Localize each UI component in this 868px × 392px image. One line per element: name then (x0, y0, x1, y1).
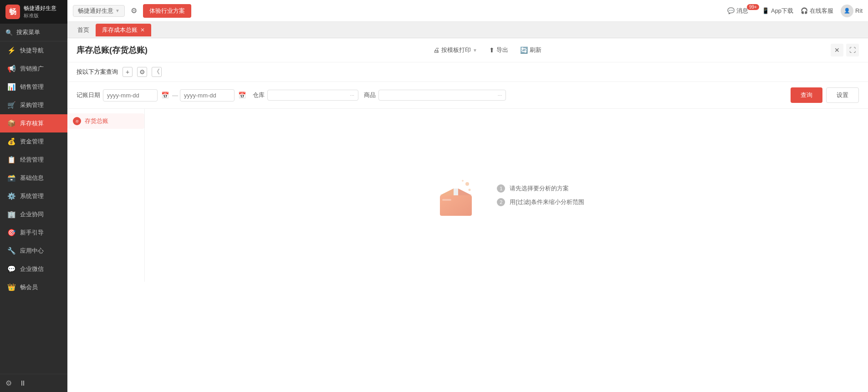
collapse-icon[interactable]: ⏸ (19, 379, 26, 387)
topbar-gear-button[interactable]: ⚙ (128, 5, 140, 17)
sidebar-item-vip[interactable]: 👑 畅会员 (0, 278, 67, 296)
guide-icon: 🎯 (7, 229, 15, 237)
product-label: 商品 (364, 91, 376, 99)
scheme-item-label: 存货总账 (85, 117, 108, 125)
sidebar-item-marketing[interactable]: 📢 营销推广 (0, 60, 67, 78)
svg-rect-6 (442, 199, 451, 201)
svg-marker-3 (440, 188, 454, 195)
filter-settings-button[interactable]: ⚙ (137, 67, 147, 77)
tip-1-text: 请先选择要分析的方案 (510, 184, 569, 193)
product-select[interactable]: ··· (378, 90, 506, 101)
filter-add-button[interactable]: + (123, 67, 133, 77)
sidebar-item-finance[interactable]: 💰 资金管理 (0, 132, 67, 151)
scheme-item-icon: 存 (73, 117, 81, 125)
date-range-input: 📅 — 📅 (103, 89, 247, 102)
scheme-list: 存 存货总账 (67, 109, 145, 282)
scheme-item-inventory-ledger[interactable]: 存 存货总账 (67, 113, 144, 129)
filter-collapse-button[interactable]: 《 (152, 67, 162, 77)
date-label: 记账日期 (77, 91, 100, 99)
print-icon: 🖨 (433, 46, 439, 54)
tab-home-label: 首页 (77, 26, 89, 34)
query-button[interactable]: 查询 (791, 87, 822, 103)
date-to-input[interactable] (180, 89, 235, 102)
message-button[interactable]: 💬 消息 99+ (727, 7, 755, 15)
trial-button[interactable]: 体验行业方案 (143, 4, 191, 18)
purchase-icon: 🛒 (7, 101, 15, 109)
export-icon: ⬆ (489, 46, 495, 54)
warehouse-label: 仓库 (253, 91, 265, 99)
sidebar-item-operations[interactable]: 📋 经营管理 (0, 151, 67, 169)
vip-icon: 👑 (7, 283, 15, 291)
date-from-icon[interactable]: 📅 (159, 90, 170, 101)
message-badge: 99+ (747, 4, 759, 10)
empty-tips: 1 请先选择要分析的方案 2 用[过滤]条件来缩小分析范围 (497, 184, 584, 206)
tab-inventory-cost-label: 库存成本总账 (102, 26, 138, 34)
panel-expand-button[interactable]: ⛶ (846, 44, 859, 56)
empty-illustration (429, 168, 483, 223)
app-download-button[interactable]: 📱 App下载 (762, 7, 793, 15)
empty-tip-1: 1 请先选择要分析的方案 (497, 184, 584, 193)
main-content: 畅捷通好生意 ▼ ⚙ 体验行业方案 💬 消息 99+ 📱 App下载 🎧 在线客… (67, 0, 868, 392)
sidebar-item-system[interactable]: ⚙️ 系统管理 (0, 187, 67, 205)
svg-point-9 (469, 189, 471, 191)
date-to-icon[interactable]: 📅 (236, 90, 247, 101)
sidebar-item-guide[interactable]: 🎯 新手引导 (0, 224, 67, 242)
user-profile-area[interactable]: 👤 Rit (841, 5, 863, 17)
sidebar-item-quick-nav[interactable]: ⚡ 快捷导航 (0, 41, 67, 60)
page-header: 库存总账(存货总账) 🖨 按模板打印 ▼ ⬆ 导出 🔄 刷新 ✕ (67, 38, 868, 62)
warehouse-select[interactable]: ··· (267, 90, 358, 101)
sidebar-item-basic-info[interactable]: 🗃️ 基础信息 (0, 169, 67, 187)
sidebar-item-app-center[interactable]: 🔧 应用中心 (0, 242, 67, 260)
quick-nav-icon: ⚡ (7, 46, 15, 55)
settings-bottom-icon[interactable]: ⚙ (5, 379, 12, 387)
empty-tip-2: 2 用[过滤]条件来缩小分析范围 (497, 198, 584, 206)
content-layout: 存 存货总账 (67, 109, 868, 282)
date-from-input[interactable] (103, 89, 158, 102)
sidebar-item-purchase[interactable]: 🛒 采购管理 (0, 96, 67, 114)
refresh-button[interactable]: 🔄 刷新 (516, 44, 545, 56)
tab-inventory-cost[interactable]: 库存成本总账 ✕ (96, 24, 151, 36)
online-service-button[interactable]: 🎧 在线客服 (801, 7, 833, 15)
search-icon: 🔍 (5, 29, 13, 36)
enterprise-icon: 🏢 (7, 210, 15, 219)
svg-marker-5 (454, 188, 458, 195)
refresh-icon: 🔄 (520, 46, 528, 54)
avatar-placeholder: 👤 (844, 8, 850, 14)
sidebar-item-enterprise[interactable]: 🏢 企业协同 (0, 205, 67, 224)
topbar-breadcrumb-area: 畅捷通好生意 ▼ ⚙ 体验行业方案 (73, 4, 724, 18)
date-separator: — (172, 92, 178, 99)
phone-icon: 📱 (762, 7, 769, 14)
sidebar-bottom: ⚙ ⏸ (0, 374, 67, 392)
empty-state-content: 1 请先选择要分析的方案 2 用[过滤]条件来缩小分析范围 (429, 168, 584, 223)
sidebar: 畅 畅捷通好生意 标准版 🔍 搜索菜单 ⚡ 快捷导航 📢 营销推广 📊 销售管理… (0, 0, 67, 392)
warehouse-field: 仓库 ··· (253, 90, 358, 101)
svg-text:存: 存 (76, 120, 79, 123)
export-button[interactable]: ⬆ 导出 (485, 44, 512, 56)
print-dropdown-icon: ▼ (473, 48, 477, 53)
query-form: 记账日期 📅 — 📅 仓库 ··· 商品 (67, 82, 868, 109)
panel-close-button[interactable]: ✕ (831, 44, 843, 56)
marketing-icon: 📢 (7, 65, 15, 73)
app-brand-text: 畅捷通好生意 标准版 (24, 5, 56, 19)
topbar-right-actions: 💬 消息 99+ 📱 App下载 🎧 在线客服 👤 Rit (727, 5, 863, 17)
settings-button[interactable]: 设置 (826, 87, 859, 103)
tab-home[interactable]: 首页 (71, 24, 96, 36)
tip-1-num: 1 (497, 184, 505, 193)
app-logo-icon: 畅 (5, 5, 20, 19)
sidebar-item-wechat[interactable]: 💬 企业微信 (0, 260, 67, 278)
username-label: Rit (855, 7, 863, 14)
sidebar-item-inventory[interactable]: 📦 库存核算 (0, 114, 67, 132)
sidebar-item-sales[interactable]: 📊 销售管理 (0, 78, 67, 96)
sidebar-search[interactable]: 🔍 搜索菜单 (0, 24, 67, 41)
operations-icon: 📋 (7, 156, 15, 164)
svg-point-7 (465, 182, 469, 186)
print-button[interactable]: 🖨 按模板打印 ▼ (429, 44, 481, 56)
tab-close-icon[interactable]: ✕ (140, 27, 145, 33)
tip-2-num: 2 (497, 198, 505, 206)
finance-icon: 💰 (7, 137, 15, 146)
page-content: 库存总账(存货总账) 🖨 按模板打印 ▼ ⬆ 导出 🔄 刷新 ✕ (67, 38, 868, 392)
dropdown-icon: ▼ (115, 8, 120, 13)
page-header-actions: 🖨 按模板打印 ▼ ⬆ 导出 🔄 刷新 (429, 44, 545, 56)
company-selector[interactable]: 畅捷通好生意 ▼ (73, 5, 125, 17)
svg-point-8 (462, 180, 464, 182)
